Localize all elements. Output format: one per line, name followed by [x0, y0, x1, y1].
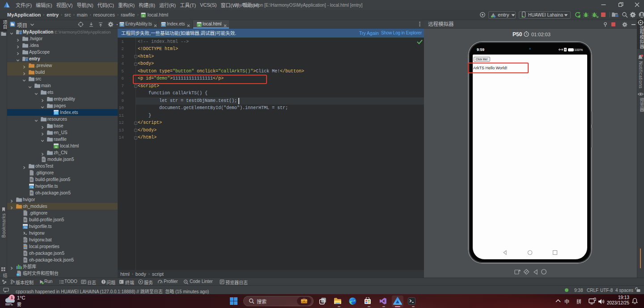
- svg-text:H: H: [55, 146, 57, 148]
- svg-text:TS: TS: [24, 226, 27, 229]
- svg-text:H: H: [142, 14, 144, 17]
- svg-text:TS: TS: [30, 186, 33, 189]
- svg-text:H: H: [199, 24, 200, 27]
